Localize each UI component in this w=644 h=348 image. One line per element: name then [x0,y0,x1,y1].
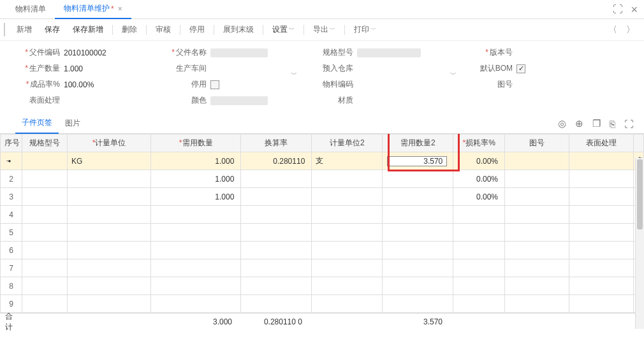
cell-unit[interactable] [67,224,150,242]
export-button[interactable]: 导出﹀ [307,19,342,41]
cell-surface[interactable] [569,224,633,242]
copy-icon[interactable]: ❐ [592,118,601,129]
cell-surface[interactable] [569,152,633,170]
disable-button[interactable]: 停用 [183,19,211,41]
cell-surface[interactable] [569,188,633,206]
cell-drawing[interactable] [505,188,569,206]
cell-spec[interactable] [22,188,68,206]
cell-spec[interactable] [22,242,68,259]
cell-seq[interactable]: 9 [1,295,22,313]
cell-loss[interactable] [453,277,505,295]
cell-unit2[interactable]: 支 [312,152,383,170]
qty-field[interactable]: 1.000 [64,64,158,73]
cell-unit[interactable]: KG [67,152,150,170]
cell-rate[interactable] [241,188,312,206]
vertical-scrollbar[interactable] [635,158,644,329]
cell-spec[interactable] [22,224,68,242]
cell-drawing[interactable] [505,295,569,313]
cell-drawing[interactable] [505,259,569,277]
cell-unit[interactable] [67,188,150,206]
cell-unit[interactable] [67,206,150,224]
cell-rate[interactable] [241,206,312,224]
cell-qty2[interactable]: 3.570 [383,152,453,170]
cell-unit2[interactable] [312,259,383,277]
locate-icon[interactable]: ◎ [558,118,566,129]
table-row[interactable]: 6 [1,242,644,259]
cell-qty[interactable]: 1.000 [151,152,241,170]
prev-icon[interactable]: 〈 [608,24,617,36]
close-icon[interactable]: × [118,4,122,13]
cell-unit2[interactable] [312,277,383,295]
cell-loss[interactable] [453,259,505,277]
cell-surface[interactable] [569,206,633,224]
cell-qty[interactable] [151,277,241,295]
cell-unit2[interactable] [312,206,383,224]
cell-seq[interactable]: 5 [1,224,22,242]
cell-qty2[interactable] [383,206,453,224]
cell-qty[interactable]: 1.000 [151,170,241,188]
close-all-icon[interactable]: × [631,3,638,17]
tab-bom-maintain[interactable]: 物料清单维护 * × [55,0,131,19]
cell-qty2[interactable] [383,170,453,188]
cell-qty[interactable] [151,242,241,259]
cell-drawing[interactable] [505,152,569,170]
parent-code-field[interactable]: 2010100002 [64,48,158,57]
cell-qty2[interactable] [383,259,453,277]
cell-drawing[interactable] [505,277,569,295]
cell-unit2[interactable] [312,188,383,206]
scrollbar-thumb[interactable] [637,159,643,229]
col-drawing[interactable]: 图号 [505,134,569,152]
col-unit2[interactable]: 计量单位2 [312,134,383,152]
cell-surface[interactable] [569,295,633,313]
cell-qty[interactable]: 1.000 [151,188,241,206]
cell-qty[interactable] [151,259,241,277]
new-button[interactable]: 新增 [10,19,38,41]
cell-qty[interactable] [151,206,241,224]
cell-loss[interactable] [453,206,505,224]
save-button[interactable]: 保存 [38,19,66,41]
cell-rate[interactable] [241,259,312,277]
cell-spec[interactable] [22,152,68,170]
next-icon[interactable]: 〉 [626,24,635,36]
cell-drawing[interactable] [505,170,569,188]
cell-loss[interactable] [453,224,505,242]
cell-seq[interactable]: 8 [1,277,22,295]
expand-button[interactable]: 展到末级 [217,19,260,41]
cell-seq[interactable] [1,152,22,170]
color-field[interactable] [210,96,305,105]
cell-unit[interactable] [67,295,150,313]
fullscreen-icon[interactable]: ⛶ [624,119,634,129]
cell-seq[interactable]: 6 [1,242,22,259]
cell-unit[interactable] [67,170,150,188]
cell-qty[interactable] [151,295,241,313]
table-row[interactable]: KG1.0000.280110支3.5700.00%刻 [1,152,644,170]
table-row[interactable]: 21.0000.00% [1,170,644,188]
cell-unit2[interactable] [312,170,383,188]
delete-button[interactable]: 删除 [115,19,143,41]
cell-rate[interactable] [241,224,312,242]
col-qty2[interactable]: 需用数量2 [383,134,453,152]
cell-unit2[interactable] [312,224,383,242]
table-row[interactable]: 8 [1,277,644,295]
print-button[interactable]: 打印﹀ [348,19,383,41]
cell-seq[interactable]: 3 [1,188,22,206]
table-row[interactable]: 5 [1,224,644,242]
settings-button[interactable]: 设置﹀ [266,19,301,41]
tab-child-items[interactable]: 子件页签 [15,113,59,134]
spec-field[interactable] [357,48,464,57]
table-row[interactable]: 7 [1,259,644,277]
cell-surface[interactable] [569,170,633,188]
cell-qty2[interactable] [383,188,453,206]
cell-spec[interactable] [22,206,68,224]
audit-button[interactable]: 审核 [149,19,177,41]
cell-unit2[interactable] [312,295,383,313]
cell-drawing[interactable] [505,224,569,242]
cell-seq[interactable]: 4 [1,206,22,224]
table-row[interactable]: 31.0000.00% [1,188,644,206]
cell-unit[interactable] [67,277,150,295]
cell-rate[interactable] [241,242,312,259]
disabled-checkbox[interactable] [210,80,219,89]
cell-spec[interactable] [22,259,68,277]
cell-rate[interactable] [241,277,312,295]
table-row[interactable]: 9 [1,295,644,313]
